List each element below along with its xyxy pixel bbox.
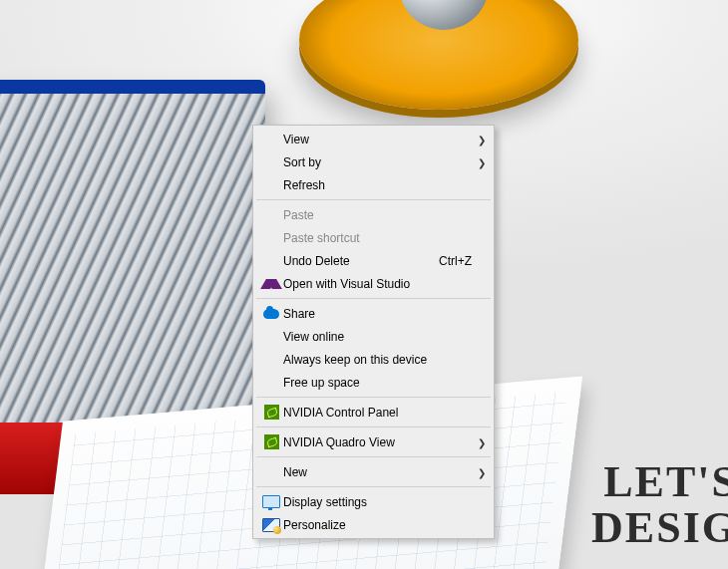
slogan-line: LET'S: [591, 459, 728, 505]
menu-item-share[interactable]: Share: [255, 302, 492, 325]
wallpaper-slogan: LET'S DESIG: [591, 459, 728, 551]
menu-item-paste: Paste: [255, 203, 492, 226]
menu-item-display-settings[interactable]: Display settings: [255, 490, 492, 513]
desktop-context-menu: View ❯ Sort by ❯ Refresh Paste Paste sho…: [252, 125, 495, 539]
menu-label: Always keep on this device: [283, 353, 472, 367]
menu-label: View online: [283, 330, 472, 344]
menu-label: View: [283, 133, 472, 146]
chevron-right-icon: ❯: [478, 156, 486, 167]
menu-item-always-keep-on-device[interactable]: Always keep on this device: [255, 348, 492, 371]
menu-item-view[interactable]: View ❯: [255, 128, 492, 150]
menu-item-refresh[interactable]: Refresh: [255, 173, 492, 196]
menu-item-undo-delete[interactable]: Undo Delete Ctrl+Z: [255, 249, 492, 272]
menu-label: NVIDIA Quadro View: [283, 435, 472, 449]
menu-label: Open with Visual Studio: [283, 277, 472, 291]
menu-item-sort-by[interactable]: Sort by ❯: [255, 150, 492, 173]
display-icon: [259, 495, 283, 508]
wallpaper-decoration: [0, 80, 265, 442]
slogan-line: DESIG: [591, 505, 728, 551]
menu-label: Paste shortcut: [283, 231, 472, 245]
menu-label: Paste: [283, 208, 472, 222]
menu-label: Display settings: [283, 495, 472, 509]
menu-label: Free up space: [283, 376, 472, 390]
menu-item-personalize[interactable]: Personalize: [255, 513, 492, 536]
menu-item-nvidia-control-panel[interactable]: NVIDIA Control Panel: [255, 401, 492, 424]
menu-label: Share: [283, 307, 472, 321]
menu-item-paste-shortcut: Paste shortcut: [255, 226, 492, 249]
menu-label: New: [283, 465, 472, 479]
menu-item-nvidia-quadro-view[interactable]: NVIDIA Quadro View ❯: [255, 430, 492, 453]
menu-separator: [256, 456, 491, 457]
menu-item-new[interactable]: New ❯: [255, 460, 492, 483]
menu-label: Personalize: [283, 518, 472, 532]
menu-separator: [256, 298, 491, 299]
menu-item-open-visual-studio[interactable]: Open with Visual Studio: [255, 272, 492, 295]
menu-separator: [256, 486, 491, 487]
menu-item-view-online[interactable]: View online: [255, 325, 492, 348]
personalize-icon: [259, 518, 283, 532]
chevron-right-icon: ❯: [478, 134, 486, 144]
nvidia-icon: [259, 434, 283, 449]
desktop-wallpaper[interactable]: LET'S DESIG View ❯ Sort by ❯ Refresh Pas…: [0, 0, 728, 569]
menu-item-free-up-space[interactable]: Free up space: [255, 371, 492, 394]
menu-separator: [256, 199, 491, 200]
visual-studio-icon: [259, 277, 283, 291]
nvidia-icon: [259, 405, 283, 420]
menu-separator: [256, 427, 491, 427]
menu-label: NVIDIA Control Panel: [283, 406, 472, 420]
menu-accelerator: Ctrl+Z: [439, 254, 472, 268]
menu-label: Undo Delete: [283, 254, 427, 268]
menu-label: Refresh: [283, 178, 472, 192]
menu-label: Sort by: [283, 155, 472, 169]
chevron-right-icon: ❯: [478, 436, 486, 447]
menu-separator: [256, 397, 491, 398]
onedrive-cloud-icon: [259, 309, 283, 319]
chevron-right-icon: ❯: [478, 466, 486, 477]
